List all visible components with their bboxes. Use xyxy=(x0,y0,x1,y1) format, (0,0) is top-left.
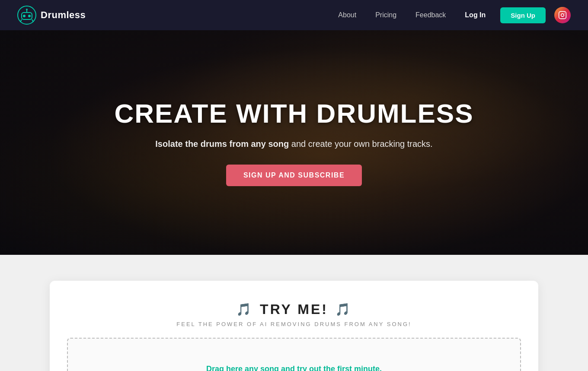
logo-link[interactable]: Drumless xyxy=(17,6,86,25)
try-me-header: 🎵 TRY ME! 🎵 FEEL THE POWER OF AI REMOVIN… xyxy=(67,301,521,327)
dropzone-text: Drag here any song and try out the first… xyxy=(85,365,503,371)
navbar: Drumless About Pricing Feedback Log In S… xyxy=(0,0,588,30)
svg-point-9 xyxy=(561,14,564,17)
logo-icon xyxy=(17,6,36,25)
hero-subtitle: Isolate the drums from any song and crea… xyxy=(114,139,473,149)
nav-feedback[interactable]: Feedback xyxy=(408,8,454,22)
audio-icon-right: 🎵 xyxy=(335,302,352,317)
svg-point-10 xyxy=(564,13,565,14)
signup-button[interactable]: Sign Up xyxy=(500,7,546,23)
instagram-icon xyxy=(558,11,567,19)
demo-section: 🎵 TRY ME! 🎵 FEEL THE POWER OF AI REMOVIN… xyxy=(0,255,588,371)
try-me-title-text: TRY ME! xyxy=(260,301,328,317)
instagram-link[interactable] xyxy=(554,7,571,23)
hero-subtitle-bold: Isolate the drums from any song xyxy=(155,139,289,149)
hero-title: CREATE WITH DRUMLESS xyxy=(114,99,473,128)
svg-point-2 xyxy=(23,15,26,17)
try-me-subtitle: FEEL THE POWER OF AI REMOVING DRUMS FROM… xyxy=(67,321,521,327)
audio-icon-left: 🎵 xyxy=(236,302,253,317)
hero-subtitle-rest: and create your own bracking tracks. xyxy=(291,139,433,149)
svg-line-7 xyxy=(32,19,33,22)
login-link[interactable]: Log In xyxy=(457,8,493,22)
hero-section: CREATE WITH DRUMLESS Isolate the drums f… xyxy=(0,30,588,255)
svg-point-3 xyxy=(28,15,31,17)
nav-pricing[interactable]: Pricing xyxy=(368,8,404,22)
svg-point-5 xyxy=(26,9,28,10)
logo-text: Drumless xyxy=(41,10,86,21)
nav-about[interactable]: About xyxy=(330,8,364,22)
hero-cta-button[interactable]: SIGN UP AND SUBSCRIBE xyxy=(226,165,362,186)
svg-line-6 xyxy=(20,19,22,22)
nav-links: About Pricing Feedback Log In Sign Up xyxy=(330,7,571,23)
svg-rect-8 xyxy=(559,12,566,19)
demo-card: 🎵 TRY ME! 🎵 FEEL THE POWER OF AI REMOVIN… xyxy=(50,281,538,371)
hero-content: CREATE WITH DRUMLESS Isolate the drums f… xyxy=(105,99,482,186)
try-me-title-row: 🎵 TRY ME! 🎵 xyxy=(67,301,521,317)
dropzone[interactable]: Drag here any song and try out the first… xyxy=(67,338,521,371)
